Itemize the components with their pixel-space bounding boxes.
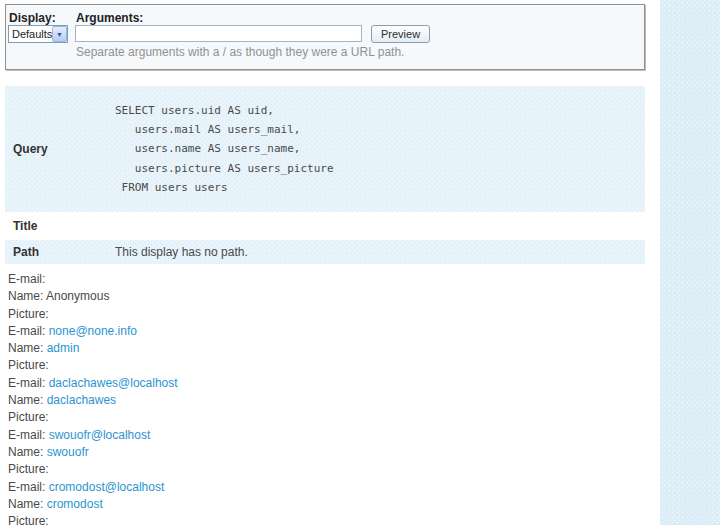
preview-controls-fieldset: Display: Arguments: Defaults ▼ Preview S… (5, 4, 645, 70)
chevron-down-icon: ▼ (52, 26, 67, 42)
query-sql-text: SELECT users.uid AS uid, users.mail AS u… (115, 101, 334, 197)
name-field-label: Name: (8, 289, 43, 303)
email-field: E-mail: daclachawes@localhost (8, 375, 608, 392)
picture-field: Picture: (8, 409, 608, 426)
picture-field-label: Picture: (8, 358, 49, 372)
user-name-link[interactable]: cromodost (47, 497, 103, 511)
email-link[interactable]: cromodost@localhost (49, 480, 165, 494)
result-row: E-mail: swouofr@localhost Name: swouofr … (8, 427, 608, 479)
user-name-link[interactable]: admin (47, 341, 80, 355)
preview-button[interactable]: Preview (371, 25, 430, 43)
arguments-description: Separate arguments with a / as though th… (76, 45, 404, 59)
picture-field-label: Picture: (8, 410, 49, 424)
email-field-label: E-mail: (8, 324, 45, 338)
path-label: Path (5, 240, 115, 264)
picture-field-label: Picture: (8, 514, 49, 525)
name-field-label: Name: (8, 445, 43, 459)
results-list: E-mail: Name: Anonymous Picture: E-mail:… (8, 271, 608, 525)
user-name-link[interactable]: daclachawes (47, 393, 116, 407)
name-field: Name: cromodost (8, 496, 608, 513)
name-field-label: Name: (8, 497, 43, 511)
query-row: Query SELECT users.uid AS uid, users.mai… (5, 86, 645, 212)
display-select[interactable]: Defaults ▼ (8, 25, 68, 43)
views-preview-page: Display: Arguments: Defaults ▼ Preview S… (0, 0, 720, 525)
email-field-label: E-mail: (8, 272, 45, 286)
query-label: Query (5, 86, 115, 212)
arguments-input[interactable] (75, 25, 362, 42)
display-label: Display: (9, 11, 56, 25)
picture-field-label: Picture: (8, 462, 49, 476)
path-row: Path This display has no path. (5, 240, 645, 264)
email-link[interactable]: swouofr@localhost (49, 428, 151, 442)
title-value (115, 212, 645, 240)
name-field: Name: admin (8, 340, 608, 357)
name-field: Name: Anonymous (8, 288, 608, 305)
email-field: E-mail: (8, 271, 608, 288)
picture-field: Picture: (8, 357, 608, 374)
email-field: E-mail: cromodost@localhost (8, 479, 608, 496)
picture-field: Picture: (8, 513, 608, 525)
email-field-label: E-mail: (8, 480, 45, 494)
title-row: Title (5, 212, 645, 240)
title-label: Title (5, 212, 115, 240)
picture-field: Picture: (8, 306, 608, 323)
page-background-band (660, 0, 720, 525)
name-field-label: Name: (8, 341, 43, 355)
picture-field-label: Picture: (8, 307, 49, 321)
arguments-label: Arguments: (76, 11, 143, 25)
email-field: E-mail: swouofr@localhost (8, 427, 608, 444)
email-link[interactable]: none@none.info (49, 324, 137, 338)
preview-meta-table: Query SELECT users.uid AS uid, users.mai… (5, 86, 645, 264)
email-link[interactable]: daclachawes@localhost (49, 376, 178, 390)
display-select-value: Defaults (9, 28, 52, 40)
email-field: E-mail: none@none.info (8, 323, 608, 340)
result-row: E-mail: none@none.info Name: admin Pictu… (8, 323, 608, 375)
email-field-label: E-mail: (8, 376, 45, 390)
picture-field: Picture: (8, 461, 608, 478)
name-field-label: Name: (8, 393, 43, 407)
email-field-label: E-mail: (8, 428, 45, 442)
path-value: This display has no path. (115, 240, 645, 264)
name-field: Name: daclachawes (8, 392, 608, 409)
name-field-value: Anonymous (46, 289, 109, 303)
result-row: E-mail: cromodost@localhost Name: cromod… (8, 479, 608, 525)
result-row: E-mail: daclachawes@localhost Name: dacl… (8, 375, 608, 427)
result-row: E-mail: Name: Anonymous Picture: (8, 271, 608, 323)
user-name-link[interactable]: swouofr (47, 445, 89, 459)
name-field: Name: swouofr (8, 444, 608, 461)
